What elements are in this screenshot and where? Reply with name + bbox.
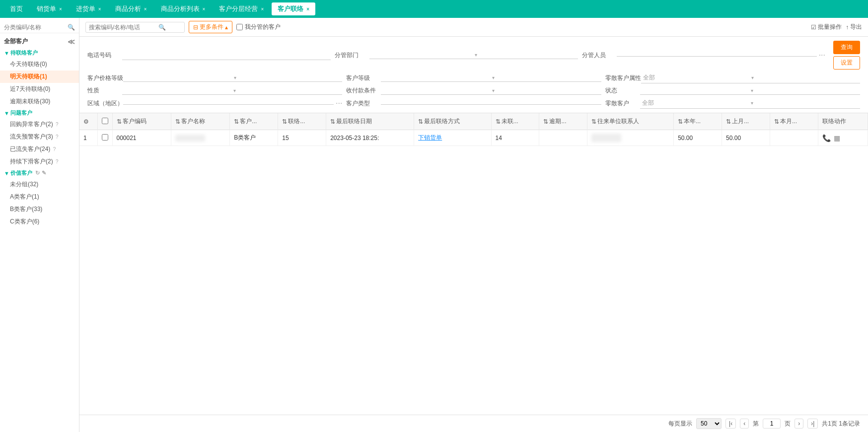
table-row: 1 000021 Ea B类客户 15 2023-05-23 18:25: 下销… [79, 130, 868, 146]
filter-icon: ⊟ [193, 24, 198, 31]
select-all-checkbox[interactable] [102, 118, 108, 124]
row-checkbox[interactable] [102, 134, 108, 141]
sidebar-item-tomorrow[interactable]: 明天待联络(1) [0, 71, 79, 83]
group-problem-customers: ▼ 问题客户 [0, 108, 79, 118]
nav-product-analysis-close[interactable]: × [144, 6, 147, 12]
cell-last-month: 50.00 [722, 130, 770, 146]
batch-btn[interactable]: ☑ 批量操作 [811, 23, 842, 31]
sidebar-collapse-icon[interactable]: ≪ [68, 38, 75, 46]
sidebar-item-7days[interactable]: 近7天待联络(0) [0, 83, 79, 95]
prev-page-btn[interactable]: ‹ [740, 419, 749, 429]
filter-manager-select[interactable] [617, 54, 817, 57]
filter-customer-level-label: 客户等级 [346, 74, 381, 82]
sidebar-search-input[interactable] [4, 24, 68, 31]
sidebar-item-churned[interactable]: 已流失客户(24) ? [0, 143, 79, 155]
search-input[interactable] [89, 24, 158, 31]
customers-table: ⚙ ⇅ 客户编码 ⇅ 客户名称 [79, 113, 868, 146]
my-customers-checkbox-label[interactable]: 我分管的客户 [236, 23, 281, 31]
page-size-select[interactable]: 50 100 200 [696, 418, 722, 429]
nav-purchase-close[interactable]: × [98, 6, 101, 12]
refresh-icon[interactable]: ↻ [35, 170, 40, 176]
next-page-btn[interactable]: › [795, 419, 803, 429]
grid-icon[interactable]: ▦ [834, 134, 840, 142]
filter-status-select[interactable]: ▾ [640, 87, 860, 95]
content-area: 🔍 ⊟ 更多条件 ▴ 我分管的客户 ☑ 批量操作 ↑ 导出 [79, 18, 868, 432]
filter-manager-label: 分管人员 [582, 51, 617, 60]
filter-phone: 电话号码 [87, 51, 331, 60]
last-page-btn[interactable]: ›| [807, 419, 818, 429]
export-btn[interactable]: ↑ 导出 [846, 23, 862, 31]
col-checkbox [97, 113, 112, 130]
sidebar-item-c-class[interactable]: C类客户(6) [0, 216, 79, 228]
total-label: 共1页 1条记录 [822, 420, 860, 428]
filter-dept-arrow: ▾ [475, 52, 576, 58]
query-button[interactable]: 查询 [833, 41, 860, 54]
sidebar-item-a-class[interactable]: A类客户(1) [0, 191, 79, 203]
col-gear[interactable]: ⚙ [79, 113, 97, 130]
filter-payment-select[interactable]: ▾ [381, 87, 601, 95]
filter-dept-select[interactable]: ▾ [369, 51, 578, 59]
cell-contacts: 15 [278, 130, 326, 146]
col-last-date: ⇅ 最后联络日期 [326, 113, 414, 130]
sidebar-search-box[interactable]: 🔍 [0, 22, 79, 33]
nav-customer-segment[interactable]: 客户分层经营 × [213, 2, 270, 15]
my-customers-checkbox[interactable] [236, 24, 243, 30]
edit-icon[interactable]: ✎ [42, 170, 46, 176]
table-header-row: ⚙ ⇅ 客户编码 ⇅ 客户名称 [79, 113, 868, 130]
filter-customer-level-select[interactable]: ▾ [381, 74, 601, 82]
filter-arrow-icon: ▴ [225, 24, 228, 31]
col-code-sort-icon: ⇅ [117, 118, 122, 125]
nav-purchase[interactable]: 进货单 × [70, 2, 107, 15]
filter-btn-group: 查询 设置 [833, 41, 860, 70]
nav-customer-segment-close[interactable]: × [261, 6, 264, 12]
nav-product-list[interactable]: 商品分析列表 × [155, 2, 212, 15]
nav-product-analysis[interactable]: 商品分析 × [109, 2, 153, 15]
filter-retail-attr-select[interactable]: 全部 ▾ [641, 72, 860, 83]
first-page-btn[interactable]: |‹ [725, 419, 736, 429]
sidebar-item-declining[interactable]: 持续下滑客户(2) ? [0, 155, 79, 168]
nav-customer-contact-close[interactable]: × [306, 6, 309, 12]
cell-name: Ea [171, 130, 229, 146]
filter-phone-input[interactable] [122, 51, 331, 60]
filter-manager-dots[interactable]: ··· [819, 51, 825, 60]
sidebar-item-ungrouped[interactable]: 未分组(32) [0, 178, 79, 191]
toolbar-right: ☑ 批量操作 ↑ 导出 [811, 23, 862, 31]
search-box[interactable]: 🔍 [85, 22, 185, 33]
filter-nature-arrow: ▾ [233, 88, 341, 93]
set-button[interactable]: 设置 [833, 56, 860, 70]
page-input[interactable] [763, 419, 781, 429]
sidebar-item-b-class[interactable]: B类客户(33) [0, 203, 79, 216]
sidebar-item-churn-warning[interactable]: 流失预警客户(3) ? [0, 131, 79, 143]
sidebar-search-icon: 🔍 [68, 24, 75, 31]
sidebar-item-today[interactable]: 今天待联络(0) [0, 58, 79, 71]
all-customers-label: 全部客户 [4, 37, 28, 46]
filter-btn[interactable]: ⊟ 更多条件 ▴ [189, 21, 232, 33]
cell-checkbox[interactable] [97, 130, 112, 146]
cell-unit-contact: 联系人 [587, 130, 674, 146]
nav-customer-contact[interactable]: 客户联络 × [272, 2, 315, 15]
cell-last-method[interactable]: 下销货单 [414, 130, 491, 146]
filter-area-select[interactable] [123, 102, 334, 105]
col-no-contact-sort-icon: ⇅ [496, 118, 501, 125]
sidebar-item-repurchase-abnormal[interactable]: 回购异常客户(2) ? [0, 118, 79, 131]
nav-product-list-close[interactable]: × [203, 6, 206, 12]
call-icon[interactable]: 📞 [822, 134, 831, 142]
filter-price-level-select[interactable]: ▾ [123, 74, 342, 82]
filter-area-dots[interactable]: ··· [336, 99, 342, 108]
help-icon-churn: ? [56, 134, 59, 140]
filter-retail-attr-arrow: ▾ [751, 75, 858, 80]
filter-retail-customer-select[interactable]: 全部 ▾ [640, 98, 860, 109]
last-method-link[interactable]: 下销货单 [418, 134, 442, 141]
filter-nature-select[interactable]: ▾ [122, 87, 342, 95]
table-wrapper: ⚙ ⇅ 客户编码 ⇅ 客户名称 [79, 113, 868, 415]
col-no-contact: ⇅ 未联... [491, 113, 539, 130]
col-last-month: ⇅ 上月... [722, 113, 770, 130]
col-this-year: ⇅ 本年... [674, 113, 722, 130]
nav-home[interactable]: 首页 [4, 2, 29, 15]
sidebar-item-overdue[interactable]: 逾期未联络(30) [0, 95, 79, 108]
col-action: 联络动作 [818, 113, 868, 130]
nav-sales[interactable]: 销货单 × [31, 2, 68, 15]
nav-sales-close[interactable]: × [59, 6, 62, 12]
filter-customer-type-select[interactable] [381, 102, 601, 105]
col-unit-contact-sort-icon: ⇅ [591, 118, 596, 125]
